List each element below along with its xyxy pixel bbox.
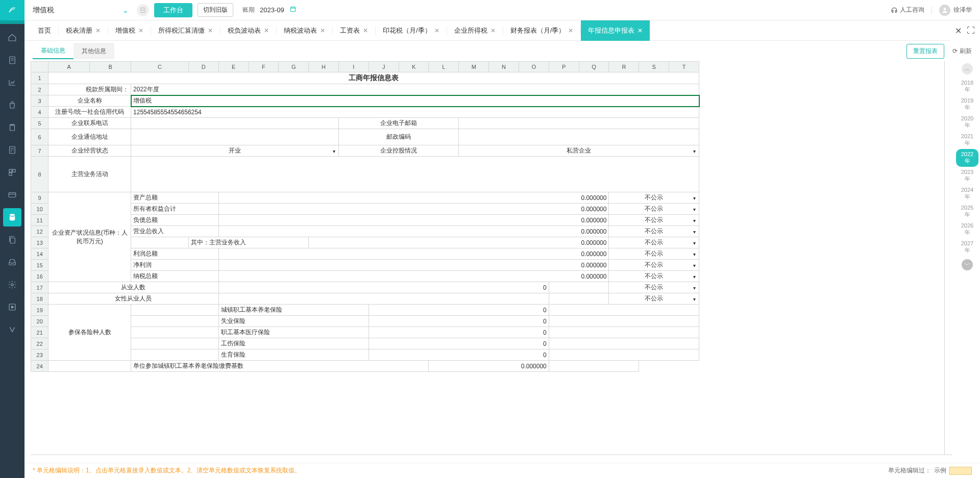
tab-close-icon[interactable]: ✕: [320, 27, 325, 34]
row-header[interactable]: 2: [31, 84, 48, 95]
spreadsheet[interactable]: ABCDEFGHIJKLMNOPQRST1工商年报信息表2税款所属期间：2022…: [31, 61, 944, 455]
nav-tax-icon[interactable]: [3, 208, 21, 227]
col-header[interactable]: F: [249, 62, 279, 72]
nav-v-icon[interactable]: [0, 320, 24, 339]
horizontal-scrollbar[interactable]: [31, 455, 952, 463]
row-header[interactable]: 6: [31, 129, 48, 145]
user-menu[interactable]: 徐泽华: [939, 5, 972, 16]
row-header[interactable]: 13: [31, 237, 48, 248]
year-2022年[interactable]: 2022年: [956, 149, 978, 167]
col-header[interactable]: K: [399, 62, 429, 72]
year-2027年[interactable]: 2027年: [956, 238, 978, 256]
tab-4[interactable]: 税负波动表✕: [220, 20, 276, 41]
row-header[interactable]: 1: [31, 72, 48, 84]
note-button[interactable]: [137, 4, 149, 16]
calendar-icon[interactable]: [289, 6, 297, 14]
row-header[interactable]: 7: [31, 145, 48, 157]
row-header[interactable]: 14: [31, 248, 48, 260]
row-header[interactable]: 3: [31, 95, 48, 107]
col-header[interactable]: H: [309, 62, 339, 72]
collapse-up-icon[interactable]: ︿: [962, 63, 973, 74]
col-header[interactable]: G: [279, 62, 309, 72]
nav-calc-icon[interactable]: [0, 141, 24, 159]
period-value[interactable]: 2023-09: [260, 6, 284, 14]
col-header[interactable]: B: [90, 62, 131, 72]
fullscreen-icon[interactable]: ⛶: [967, 26, 975, 35]
col-header[interactable]: E: [218, 62, 249, 72]
tab-2[interactable]: 增值税✕: [108, 20, 151, 41]
tab-9[interactable]: 财务报表（月/季）✕: [503, 20, 581, 41]
vertical-scrollbar[interactable]: [944, 61, 952, 455]
nav-play-icon[interactable]: [0, 298, 24, 316]
row-header[interactable]: 23: [31, 349, 48, 361]
col-header[interactable]: R: [609, 62, 639, 72]
row-header[interactable]: 11: [31, 215, 48, 226]
tab-close-icon[interactable]: ✕: [208, 27, 213, 34]
row-header[interactable]: 9: [31, 192, 48, 204]
year-2018年[interactable]: 2018年: [956, 78, 978, 95]
tab-0[interactable]: 首页: [31, 20, 58, 41]
col-header[interactable]: N: [489, 62, 519, 72]
year-2023年[interactable]: 2023年: [956, 167, 978, 185]
tab-close-icon[interactable]: ✕: [638, 27, 643, 34]
col-header[interactable]: I: [338, 62, 369, 72]
consult-link[interactable]: 人工咨询: [891, 6, 924, 14]
col-header[interactable]: L: [429, 62, 459, 72]
nav-settings-icon[interactable]: [0, 275, 24, 294]
tab-close-icon[interactable]: ✕: [434, 27, 439, 34]
subtab-basic[interactable]: 基础信息: [33, 43, 74, 59]
nav-home-icon[interactable]: [0, 29, 24, 47]
workbench-button[interactable]: 工作台: [154, 3, 192, 17]
close-all-icon[interactable]: ✕: [955, 26, 962, 36]
tab-close-icon[interactable]: ✕: [363, 27, 368, 34]
col-header[interactable]: T: [669, 62, 699, 72]
year-2019年[interactable]: 2019年: [956, 95, 978, 113]
nav-copy-icon[interactable]: [0, 231, 24, 249]
col-header[interactable]: M: [459, 62, 489, 72]
collapse-down-icon[interactable]: ﹀: [962, 259, 973, 270]
nav-clipboard-icon[interactable]: [0, 118, 24, 137]
col-header[interactable]: S: [639, 62, 669, 72]
refresh-button[interactable]: ⟳刷新: [952, 47, 972, 56]
col-header[interactable]: D: [188, 62, 218, 72]
tab-6[interactable]: 工资表✕: [333, 20, 375, 41]
col-header[interactable]: P: [549, 62, 579, 72]
row-header[interactable]: 20: [31, 316, 48, 327]
row-header[interactable]: 8: [31, 157, 48, 192]
org-name[interactable]: 增值税: [33, 6, 114, 15]
org-dropdown-icon[interactable]: ⌄: [119, 6, 132, 14]
year-2024年[interactable]: 2024年: [956, 185, 978, 203]
tab-8[interactable]: 企业所得税✕: [447, 20, 503, 41]
row-header[interactable]: 16: [31, 271, 48, 282]
row-header[interactable]: 21: [31, 327, 48, 338]
col-header[interactable]: J: [369, 62, 399, 72]
row-header[interactable]: 18: [31, 293, 48, 305]
tab-7[interactable]: 印花税（月/季）✕: [376, 20, 447, 41]
row-header[interactable]: 17: [31, 282, 48, 293]
subtab-other[interactable]: 其他信息: [74, 43, 114, 59]
row-header[interactable]: 4: [31, 107, 48, 118]
nav-bag-icon[interactable]: [0, 96, 24, 114]
nav-doc-icon[interactable]: [0, 51, 24, 69]
row-header[interactable]: 12: [31, 226, 48, 237]
tab-close-icon[interactable]: ✕: [138, 27, 143, 34]
tab-5[interactable]: 纳税波动表✕: [277, 20, 332, 41]
year-2020年[interactable]: 2020年: [956, 113, 978, 131]
nav-wallet-icon[interactable]: [0, 186, 24, 204]
row-header[interactable]: 24: [31, 361, 48, 372]
col-header[interactable]: C: [131, 62, 189, 72]
row-header[interactable]: 10: [31, 204, 48, 215]
year-2021年[interactable]: 2021年: [956, 131, 978, 149]
tab-3[interactable]: 所得税汇算清缴✕: [151, 20, 220, 41]
tab-10[interactable]: 年报信息申报表✕: [581, 20, 650, 41]
tab-close-icon[interactable]: ✕: [264, 27, 269, 34]
row-header[interactable]: 15: [31, 260, 48, 271]
reset-report-button[interactable]: 重置报表: [906, 44, 944, 59]
row-header[interactable]: 19: [31, 305, 48, 316]
tab-close-icon[interactable]: ✕: [568, 27, 573, 34]
col-header[interactable]: A: [48, 62, 90, 72]
row-header[interactable]: 22: [31, 338, 48, 349]
year-2025年[interactable]: 2025年: [956, 203, 978, 220]
tab-close-icon[interactable]: ✕: [95, 27, 101, 34]
tab-close-icon[interactable]: ✕: [491, 27, 496, 34]
